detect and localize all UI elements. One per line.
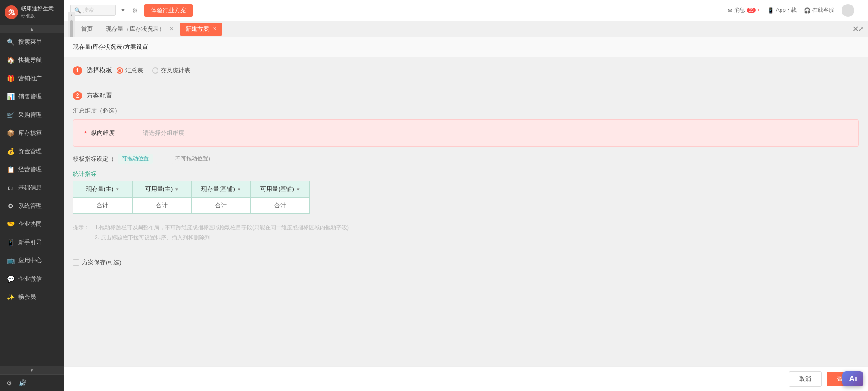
chart-icon: 📊 bbox=[6, 93, 15, 101]
sidebar-bottom: ⚙ 🔊 bbox=[0, 374, 64, 391]
required-star: * bbox=[84, 130, 87, 137]
section1-num: 1 bbox=[73, 66, 82, 75]
gear-icon: ⚙ bbox=[6, 202, 15, 210]
sidebar-item-purchase[interactable]: 🛒 采购管理 bbox=[0, 106, 64, 124]
tag-no-drag: 不可拖动位置） bbox=[172, 154, 217, 164]
sidebar-scroll-down[interactable]: ▼ bbox=[0, 366, 64, 374]
topbar-search[interactable]: 🔍 搜索 bbox=[70, 5, 116, 16]
radio-cross[interactable]: 交叉统计表 bbox=[152, 67, 190, 75]
save-option[interactable]: 方案保存(可选) bbox=[73, 258, 859, 267]
sidebar-item-guide[interactable]: 📱 新手引导 bbox=[0, 233, 64, 252]
th-available-main-arrow[interactable]: ▾ bbox=[175, 186, 178, 192]
sidebar-item-sales[interactable]: 📊 销售管理 bbox=[0, 87, 64, 106]
sidebar-item-app[interactable]: 📺 应用中心 bbox=[0, 252, 64, 270]
vertical-dim-row: * 纵向维度 —— 请选择分组维度 bbox=[84, 129, 848, 137]
stats-tbody: 合计 合计 合计 合计 bbox=[73, 197, 310, 214]
messages-badge: 99 bbox=[747, 8, 756, 13]
panel-close-button[interactable]: ✕ bbox=[853, 25, 858, 33]
app-download-button[interactable]: 📱 App下载 bbox=[767, 6, 797, 14]
money-icon: 💰 bbox=[6, 147, 15, 155]
th-available-aux[interactable]: 可用量(基辅) ▾ bbox=[250, 181, 310, 197]
panel-header: 现存量(库存状况表)方案设置 bbox=[64, 37, 868, 57]
sidebar-item-basic[interactable]: 🗂 基础信息 bbox=[0, 179, 64, 197]
section2-label: 方案配置 bbox=[87, 92, 112, 100]
search-icon: 🔍 bbox=[74, 7, 81, 14]
tab-new-close[interactable]: ✕ bbox=[213, 26, 217, 32]
th-current-main-label: 现存量(主) bbox=[86, 185, 114, 193]
radio-cross-circle bbox=[152, 67, 158, 74]
sidebar-item-marketing[interactable]: 🎁 营销推广 bbox=[0, 69, 64, 87]
sidebar-item-shortcut[interactable]: 🏠 快捷导航 bbox=[0, 51, 64, 69]
topbar-gear-icon[interactable]: ⚙ bbox=[132, 7, 138, 14]
service-icon: 🎧 bbox=[804, 7, 811, 14]
th-available-aux-arrow[interactable]: ▾ bbox=[297, 186, 300, 192]
sidebar-item-operation[interactable]: 📋 经营管理 bbox=[0, 160, 64, 179]
tabbar: ▲ ▼ 首页 现存量（库存状况表） ✕ 新建方案 ✕ ✕ ⤢ bbox=[64, 21, 868, 37]
sidebar-item-contract[interactable]: 🤝 企业协同 bbox=[0, 215, 64, 233]
vertical-dim-box: * 纵向维度 —— 请选择分组维度 bbox=[73, 119, 859, 147]
stats-section-label: 统计指标 bbox=[73, 170, 859, 178]
tab-new-plan[interactable]: 新建方案 ✕ bbox=[180, 23, 222, 36]
sidebar-item-label: 经营管理 bbox=[18, 165, 42, 174]
scroll-up-arrow[interactable]: ▲ bbox=[69, 12, 75, 18]
td-current-aux: 合计 bbox=[191, 197, 250, 214]
panel-expand-button[interactable]: ⤢ bbox=[858, 26, 863, 32]
summary-dim-label: 汇总维度（必选） bbox=[73, 107, 859, 115]
tips-text-1: 1.拖动标题栏可以调整布局，不可跨维度或指标区域拖动栏目字段(只能在同一维度或指… bbox=[95, 224, 349, 231]
app-download-label: App下载 bbox=[776, 6, 797, 14]
sidebar-item-label: 企业协同 bbox=[18, 220, 42, 228]
sidebar-item-wechat[interactable]: 💬 企业微信 bbox=[0, 270, 64, 288]
radio-summary-label: 汇总表 bbox=[125, 67, 143, 75]
cancel-button[interactable]: 取消 bbox=[789, 371, 822, 387]
tab-home-label: 首页 bbox=[81, 25, 93, 33]
ai-badge[interactable]: Ai bbox=[842, 371, 863, 386]
topbar: 🔍 搜索 ▼ ⚙ 体验行业方案 ✉ 消息 99 + 📱 App下载 🎧 在线客服 bbox=[64, 0, 868, 21]
speaker-icon[interactable]: 🔊 bbox=[19, 379, 26, 386]
scroll-thumb[interactable] bbox=[70, 20, 73, 38]
settings-icon[interactable]: ⚙ bbox=[6, 379, 12, 386]
section1-divider bbox=[73, 82, 859, 82]
stats-thead: 现存量(主) ▾ 可用量(主) ▾ 现存量(基辅) bbox=[73, 181, 310, 197]
section1-label: 选择模板 bbox=[87, 67, 112, 75]
radio-summary[interactable]: 汇总表 bbox=[117, 67, 143, 75]
sidebar-item-finance[interactable]: 💰 资金管理 bbox=[0, 142, 64, 160]
sidebar-item-inventory[interactable]: 📦 库存核算 bbox=[0, 124, 64, 142]
user-avatar[interactable] bbox=[842, 4, 854, 17]
clipboard-icon: 📋 bbox=[6, 165, 15, 174]
sidebar-item-system[interactable]: ⚙ 系统管理 bbox=[0, 197, 64, 215]
online-service-button[interactable]: 🎧 在线客服 bbox=[804, 6, 834, 14]
dim-placeholder[interactable]: 请选择分组维度 bbox=[143, 129, 184, 137]
sidebar-scroll-up[interactable]: ▲ bbox=[0, 25, 64, 33]
th-current-main[interactable]: 现存量(主) ▾ bbox=[73, 181, 132, 197]
tips-row-1: 提示： 1.拖动标题栏可以调整布局，不可跨维度或指标区域拖动栏目字段(只能在同一… bbox=[73, 223, 859, 233]
sidebar-item-search[interactable]: 🔍 搜索菜单 bbox=[0, 33, 64, 51]
chat-icon: 💬 bbox=[6, 275, 15, 283]
sidebar-logo: 兔 畅康通好生意 标准版 bbox=[0, 0, 64, 25]
sidebar-item-label: 资金管理 bbox=[18, 147, 42, 155]
app-icon: 📱 bbox=[767, 7, 774, 14]
bottom-bar: 取消 查询 bbox=[64, 366, 868, 391]
radio-cross-label: 交叉统计表 bbox=[161, 67, 190, 75]
topbar-dropdown-arrow[interactable]: ▼ bbox=[120, 7, 126, 14]
section-plan-config: 2 方案配置 汇总维度（必选） * 纵向维度 —— 请选择分组维度 bbox=[73, 91, 859, 267]
search-icon: 🔍 bbox=[6, 38, 15, 46]
th-current-aux-arrow[interactable]: ▾ bbox=[238, 186, 240, 192]
th-available-main[interactable]: 可用量(主) ▾ bbox=[132, 181, 191, 197]
trial-industry-button[interactable]: 体验行业方案 bbox=[144, 4, 193, 17]
sidebar-item-label: 畅会员 bbox=[18, 293, 36, 301]
sidebar-item-vip[interactable]: ✨ 畅会员 bbox=[0, 288, 64, 306]
tab-home[interactable]: 首页 bbox=[75, 21, 99, 37]
messages-button[interactable]: ✉ 消息 99 + bbox=[728, 6, 760, 14]
tab-inventory-close[interactable]: ✕ bbox=[169, 26, 174, 32]
th-current-aux[interactable]: 现存量(基辅) ▾ bbox=[191, 181, 250, 197]
stats-section: 统计指标 现存量(主) ▾ 可用量(主) bbox=[73, 170, 859, 214]
section-template: 1 选择模板 汇总表 交叉统计表 bbox=[73, 66, 859, 82]
th-current-main-arrow[interactable]: ▾ bbox=[116, 186, 119, 192]
app-edition: 标准版 bbox=[21, 13, 54, 19]
sidebar-item-label: 采购管理 bbox=[18, 111, 42, 119]
tab-inventory-status[interactable]: 现存量（库存状况表） ✕ bbox=[99, 21, 180, 37]
save-checkbox[interactable] bbox=[73, 259, 79, 266]
tab-inventory-label: 现存量（库存状况表） bbox=[106, 25, 165, 33]
template-options: 汇总表 交叉统计表 bbox=[117, 67, 190, 75]
sidebar-item-label: 搜索菜单 bbox=[18, 38, 42, 46]
